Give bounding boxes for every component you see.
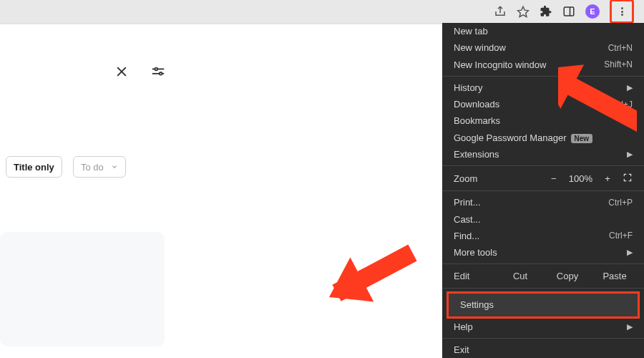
menu-print[interactable]: Print... Ctrl+P [442,194,644,211]
menu-more-tools[interactable]: More tools ▶ [442,244,644,261]
todo-dropdown[interactable]: To do [73,156,126,178]
menu-item-label: New tab [454,26,630,37]
menu-cast[interactable]: Cast... [442,211,644,227]
menu-new-tab[interactable]: New tab [442,23,644,39]
menu-new-incognito[interactable]: New Incognito window Shift+N [442,57,644,73]
menu-item-label: Cast... [454,214,633,225]
menu-item-label: More tools [454,247,621,258]
zoom-in-button[interactable]: + [602,173,613,184]
title-only-label: Title only [14,162,54,173]
menu-separator [442,76,644,77]
content-card [0,232,165,347]
submenu-arrow-icon: ▶ [627,150,633,159]
menu-item-shortcut: Ctrl+F [609,231,633,241]
menu-password-manager[interactable]: Google Password ManagerNew [442,130,644,146]
menu-item-label: Find... [454,231,609,241]
menu-item-label: History [454,82,621,93]
zoom-value: 100% [569,173,592,184]
menu-item-label: Bookmarks [454,115,621,126]
todo-label: To do [81,162,104,173]
menu-separator [442,288,644,289]
svg-rect-1 [564,7,574,16]
share-icon[interactable] [494,5,507,18]
menu-downloads[interactable]: Downloads Ctrl+J [442,96,644,112]
menu-separator [442,263,644,264]
chrome-context-menu: New tab New window Ctrl+N New Incognito … [442,23,644,358]
browser-toolbar: E [0,0,644,23]
menu-item-label: Help [454,321,621,332]
edit-label: Edit [451,271,494,281]
paste-button[interactable]: Paste [594,271,635,281]
menu-separator [442,338,644,339]
menu-item-label: Downloads [454,99,610,110]
menu-new-window[interactable]: New window Ctrl+N [442,39,644,56]
menu-item-label: Settings [460,299,626,310]
menu-item-label: Exit [454,344,633,355]
submenu-arrow-icon: ▶ [627,322,633,332]
extensions-icon[interactable] [540,5,552,18]
menu-settings[interactable]: Settings [449,294,638,316]
new-badge: New [571,134,593,143]
zoom-label: Zoom [454,173,549,184]
menu-exit[interactable]: Exit [442,342,644,358]
menu-item-shortcut: Shift+N [604,59,633,69]
menu-extensions[interactable]: Extensions ▶ [442,146,644,163]
menu-item-label: New Incognito window [454,59,604,70]
menu-find[interactable]: Find... Ctrl+F [442,228,644,244]
menu-help[interactable]: Help ▶ [442,319,644,335]
copy-button[interactable]: Copy [547,271,588,281]
menu-item-label: Print... [454,197,608,208]
star-icon[interactable] [517,5,530,18]
menu-zoom-row: Zoom − 100% + [442,169,644,188]
menu-item-label: Google Password ManagerNew [454,132,633,143]
side-panel-icon[interactable] [562,5,575,18]
zoom-out-button[interactable]: − [549,173,559,184]
annotation-highlight-settings: Settings [447,291,640,319]
cut-button[interactable]: Cut [499,271,541,281]
menu-history[interactable]: History ▶ [442,79,644,96]
menu-separator [442,190,644,191]
menu-item-shortcut: Ctrl+P [608,198,633,208]
svg-point-6 [155,68,157,71]
kebab-menu-button[interactable] [613,2,631,21]
close-icon[interactable] [114,64,129,82]
menu-item-label: New window [454,42,608,53]
menu-item-shortcut: Ctrl+J [610,100,633,110]
chevron-down-icon [111,162,118,173]
submenu-arrow-icon: ▶ [627,83,633,92]
submenu-arrow-icon: ▶ [627,248,633,257]
profile-avatar[interactable]: E [585,4,600,19]
fullscreen-icon[interactable] [623,173,633,185]
submenu-arrow-icon: ▶ [627,116,633,125]
menu-item-label: Extensions [454,149,621,160]
svg-point-8 [160,72,162,75]
menu-edit-row: Edit Cut Copy Paste [442,267,644,285]
menu-separator [442,165,644,166]
svg-marker-0 [518,6,529,16]
menu-item-shortcut: Ctrl+N [608,43,633,53]
title-only-chip[interactable]: Title only [6,156,62,178]
menu-item-shortcut [630,26,633,37]
annotation-highlight-kebab [610,0,634,24]
filter-sliders-icon[interactable] [150,64,166,83]
menu-bookmarks[interactable]: Bookmarks ▶ [442,112,644,129]
